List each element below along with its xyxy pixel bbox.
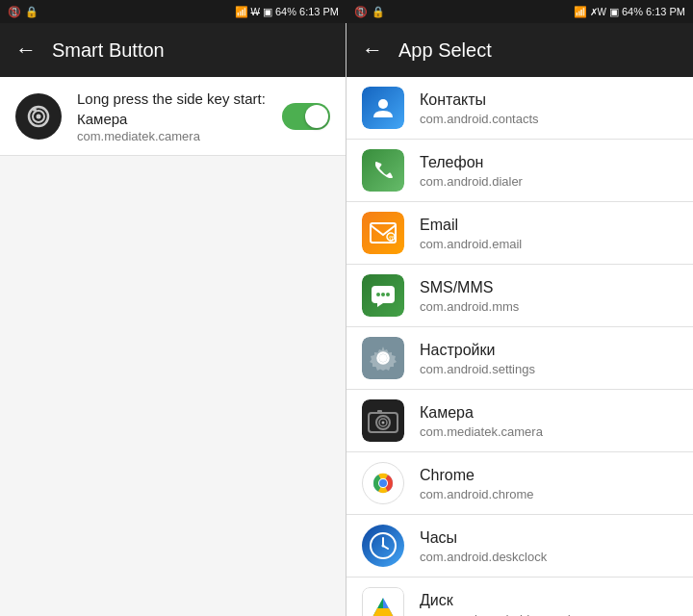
svg-text:@: @	[388, 235, 395, 242]
app-name: Часы	[420, 527, 547, 549]
app-list-item[interactable]: Настройки com.android.settings	[346, 327, 693, 390]
signal-icon: 📶	[235, 6, 248, 18]
app-text: Контакты com.android.contacts	[420, 90, 539, 125]
app-list-item[interactable]: @ Email com.android.email	[346, 202, 693, 265]
time-left: 6:13 PM	[299, 6, 339, 17]
left-back-button[interactable]: ←	[15, 38, 37, 63]
app-text: Телефон com.android.dialer	[420, 152, 523, 188]
app-package: com.android.settings	[420, 362, 535, 376]
app-icon-email: @	[362, 212, 404, 254]
left-panel: ← Smart Button Long press the side key s…	[0, 23, 346, 616]
app-text: Камера com.mediatek.camera	[420, 402, 543, 438]
svg-rect-3	[33, 109, 37, 112]
app-name: Телефон	[420, 152, 523, 173]
lock-icon: 🔒	[25, 6, 38, 18]
app-icon-sms	[362, 274, 404, 317]
svg-point-11	[386, 293, 390, 296]
app-text: SMS/MMS com.android.mms	[420, 277, 519, 313]
app-icon-chrome	[362, 462, 404, 504]
toggle-thumb	[305, 105, 328, 128]
lock-icon-right: 🔒	[372, 6, 385, 18]
wifi-icon: W	[251, 7, 260, 17]
app-icon-drive	[362, 587, 404, 616]
camera-icon	[23, 101, 54, 132]
wifi-off-icon-right: ✗W	[590, 7, 606, 17]
setting-label: Long press the side key start: Камера	[77, 89, 267, 129]
status-bars: 📵 🔒 📶 W ▣ 64% 6:13 PM 📵 🔒 📶 ✗W ▣ 64% 6:1…	[0, 0, 693, 23]
svg-rect-19	[377, 410, 382, 413]
app-list-item[interactable]: Диск com.google.android.apps.docs	[346, 578, 693, 616]
app-list: Контакты com.android.contacts Телефон co…	[346, 77, 693, 616]
app-package: com.android.dialer	[420, 174, 523, 189]
svg-point-4	[378, 99, 388, 109]
right-back-button[interactable]: ←	[362, 38, 383, 63]
app-package: com.android.deskclock	[420, 550, 547, 564]
app-package: com.google.android.apps.docs	[420, 612, 590, 616]
app-icon-settings	[362, 337, 404, 379]
setting-text: Long press the side key start: Камера co…	[77, 89, 267, 143]
app-name: SMS/MMS	[420, 277, 519, 298]
battery-icon-right: ▣	[609, 6, 619, 18]
app-package: com.android.chrome	[420, 487, 534, 501]
right-panel: ← App Select Контакты com.android.contac…	[346, 23, 693, 616]
signal-icon-right: 📶	[574, 6, 587, 18]
app-list-item[interactable]: SMS/MMS com.android.mms	[346, 265, 693, 327]
app-package: com.android.mms	[420, 299, 519, 314]
app-list-item[interactable]: Chrome com.android.chrome	[346, 452, 693, 515]
battery-percent: 64%	[275, 6, 296, 17]
app-name: Камера	[420, 402, 543, 424]
svg-point-2	[37, 114, 41, 118]
right-top-bar: ← App Select	[346, 23, 693, 77]
app-name: Настройки	[420, 340, 535, 361]
left-status-bar: 📵 🔒 📶 W ▣ 64% 6:13 PM	[0, 0, 346, 23]
svg-point-28	[382, 545, 385, 548]
app-name: Контакты	[420, 90, 539, 111]
toggle-switch[interactable]	[282, 103, 330, 130]
app-list-item[interactable]: Телефон com.android.dialer	[346, 140, 693, 202]
time-right: 6:13 PM	[646, 6, 685, 17]
left-panel-title: Smart Button	[52, 39, 165, 62]
app-icon-camera	[362, 399, 404, 442]
app-text: Chrome com.android.chrome	[420, 465, 534, 500]
app-text: Email com.android.email	[420, 215, 522, 250]
app-name: Email	[420, 215, 522, 236]
battery-percent-right: 64%	[622, 6, 643, 17]
main-content: ← Smart Button Long press the side key s…	[0, 23, 693, 616]
svg-point-14	[380, 355, 386, 361]
app-package: com.mediatek.camera	[420, 424, 543, 439]
camera-setting-item[interactable]: Long press the side key start: Камера co…	[0, 77, 346, 156]
app-name: Диск	[420, 590, 590, 611]
app-icon-contacts	[362, 87, 404, 129]
phone-icon-right: 📵	[354, 6, 368, 18]
app-text: Настройки com.android.settings	[420, 340, 535, 375]
app-list-item[interactable]: Часы com.android.deskclock	[346, 515, 693, 578]
app-icon-phone	[362, 149, 404, 192]
app-list-item[interactable]: Камера com.mediatek.camera	[346, 390, 693, 452]
phone-icon: 📵	[8, 6, 21, 18]
app-name: Chrome	[420, 465, 534, 486]
right-panel-title: App Select	[398, 39, 492, 62]
app-package: com.android.email	[420, 237, 522, 251]
app-icon-clock	[362, 525, 404, 567]
app-package: com.android.contacts	[420, 112, 539, 126]
svg-point-10	[381, 293, 385, 296]
svg-point-24	[379, 479, 387, 487]
app-list-item[interactable]: Контакты com.android.contacts	[346, 77, 693, 140]
setting-sublabel: com.mediatek.camera	[77, 129, 267, 143]
battery-icon: ▣	[263, 6, 272, 18]
camera-app-icon	[15, 93, 62, 140]
app-text: Часы com.android.deskclock	[420, 527, 547, 563]
right-status-bar: 📵 🔒 📶 ✗W ▣ 64% 6:13 PM	[346, 0, 693, 23]
app-text: Диск com.google.android.apps.docs	[420, 590, 590, 616]
left-top-bar: ← Smart Button	[0, 23, 346, 77]
svg-point-18	[382, 422, 385, 424]
svg-point-9	[376, 293, 380, 296]
